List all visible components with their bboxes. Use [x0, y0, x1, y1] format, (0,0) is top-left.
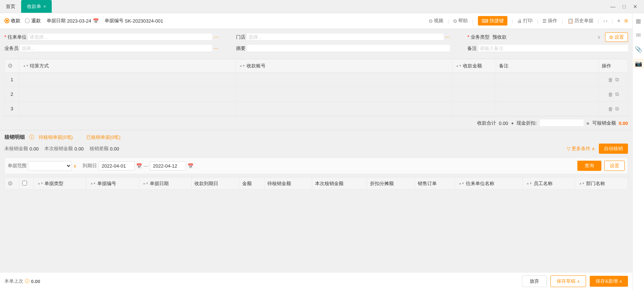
- row-1-copy-icon[interactable]: ⧉: [615, 77, 619, 83]
- range-select[interactable]: [28, 161, 72, 171]
- close-button[interactable]: ✕: [631, 3, 640, 10]
- video-link[interactable]: ⊙ 视频: [429, 17, 443, 24]
- query-button[interactable]: 查询: [577, 161, 601, 171]
- draft-dropdown-arrow[interactable]: ∧: [577, 279, 580, 284]
- row-1-amount[interactable]: [452, 72, 496, 87]
- col-discount-label: 折扣分摊额: [370, 181, 394, 186]
- row-1-account[interactable]: [236, 72, 452, 87]
- radio-refund[interactable]: 退款: [25, 17, 41, 24]
- right-sidebar: ▦ ✉ 📎 📷: [632, 13, 644, 290]
- col-number-label: 单据编号: [97, 181, 116, 186]
- row-2-delete-icon[interactable]: 🗑: [608, 91, 613, 97]
- col-amount-header: ▲▼ 收款金额: [452, 59, 496, 72]
- row-1-remark[interactable]: [496, 72, 598, 87]
- date-from-input[interactable]: [98, 161, 135, 171]
- date-calendar-icon[interactable]: 📅: [93, 18, 99, 24]
- col-account-label: 收款账号: [247, 63, 266, 68]
- operation-link[interactable]: ☰ 操作: [542, 17, 557, 24]
- salesperson-input[interactable]: [20, 45, 212, 52]
- discount-input[interactable]: [540, 119, 584, 127]
- counterpart-input[interactable]: [28, 34, 212, 41]
- save-draft-button[interactable]: 保存草稿 ∧: [550, 275, 586, 287]
- chevron-nav: ‹ ›: [603, 18, 607, 24]
- help-link[interactable]: ⊙ 帮助: [453, 17, 468, 24]
- table-gear-icon[interactable]: ⚙: [8, 63, 13, 69]
- row-3-delete-icon[interactable]: 🗑: [608, 106, 613, 112]
- current-label: 本次核销金额: [44, 145, 73, 152]
- tab-home[interactable]: 首页: [0, 0, 21, 13]
- business-type-label: 业务类型: [467, 34, 490, 40]
- date-to-input[interactable]: [150, 161, 186, 171]
- counterpart-more-icon[interactable]: ···: [213, 34, 218, 40]
- prev-chevron[interactable]: ‹: [603, 18, 605, 24]
- save-new-button[interactable]: 保存&新增 ∧: [590, 276, 628, 287]
- shortcut-button[interactable]: ⌨ 快捷键: [478, 16, 507, 26]
- row-2-settlement[interactable]: [19, 87, 236, 102]
- verify-gear-icon[interactable]: ⚙: [8, 180, 13, 187]
- row-3-account[interactable]: [236, 102, 452, 116]
- col-pending-label: 待核销金额: [267, 181, 291, 186]
- select-all-checkbox[interactable]: [22, 181, 27, 185]
- row-3-copy-icon[interactable]: ⧉: [615, 106, 619, 112]
- store-input[interactable]: [247, 34, 444, 41]
- grid-view-icon[interactable]: ⊞: [624, 18, 628, 23]
- more-conditions-link[interactable]: ▽ 更多条件 ∧: [567, 145, 595, 152]
- col-date-label: 单据日期: [150, 181, 169, 186]
- salesperson-more-icon[interactable]: ···: [213, 46, 218, 51]
- row-2-amount[interactable]: [452, 87, 496, 102]
- col-action-label: 操作: [602, 63, 611, 68]
- store-more-icon[interactable]: ···: [445, 34, 450, 40]
- row-1-settlement[interactable]: [19, 72, 236, 87]
- table-row: 2 🗑 ⧉: [5, 87, 628, 102]
- verify-stats: 未核销金额 0.00 本次核销金额 0.00 核销差额 0.00 ▽ 更多条件 …: [4, 144, 628, 154]
- date-from-calendar-icon[interactable]: 📅: [136, 163, 142, 169]
- pending-tab[interactable]: 待核销单据(0笔): [39, 134, 73, 141]
- row-2-copy-icon[interactable]: ⧉: [615, 91, 619, 97]
- print-link[interactable]: 🖨 打印: [517, 17, 533, 24]
- settings-label: 设置: [614, 34, 624, 40]
- summary-input[interactable]: [247, 45, 450, 52]
- list-view-icon[interactable]: ≡: [617, 18, 620, 23]
- unverified-label: 未核销金额: [4, 145, 28, 152]
- sidebar-email-icon[interactable]: ✉: [635, 30, 642, 40]
- row-3-action: 🗑 ⧉: [599, 102, 628, 116]
- minimize-button[interactable]: —: [608, 3, 618, 10]
- verify-info-icon[interactable]: ⓘ: [29, 134, 34, 141]
- range-field: 单据范围 ∨: [8, 161, 77, 171]
- print-label: 打印: [523, 17, 533, 24]
- save-new-dropdown-arrow[interactable]: ∧: [619, 279, 622, 284]
- radio-receive[interactable]: 收款: [4, 17, 20, 24]
- business-type-chevron[interactable]: ∨: [597, 35, 601, 40]
- discard-button[interactable]: 放弃: [522, 275, 547, 287]
- next-chevron[interactable]: ›: [606, 18, 608, 24]
- settings-button[interactable]: ⚙ 设置: [605, 32, 628, 42]
- sidebar-attachment-icon[interactable]: 📎: [633, 44, 644, 54]
- maximize-button[interactable]: □: [621, 3, 628, 10]
- date-to-calendar-icon[interactable]: 📅: [188, 163, 193, 169]
- row-3-amount[interactable]: [452, 102, 496, 116]
- sidebar-camera-icon[interactable]: 📷: [633, 59, 644, 68]
- row-2-account[interactable]: [236, 87, 452, 102]
- row-1-delete-icon[interactable]: 🗑: [608, 77, 613, 83]
- row-2-remark[interactable]: [496, 87, 598, 102]
- row-3-num: 3: [5, 102, 19, 116]
- col-current-header: 本次核销金额: [312, 177, 367, 190]
- remark-input[interactable]: [478, 45, 628, 52]
- sort-icon: ▲▼: [456, 64, 462, 67]
- auto-verify-button[interactable]: 自动核销: [599, 144, 628, 154]
- row-3-remark[interactable]: [496, 102, 598, 116]
- diff-value: 0.00: [110, 146, 119, 152]
- filter-settings-button[interactable]: 设置: [604, 161, 625, 171]
- col-discount-header: 折扣分摊额: [367, 177, 415, 190]
- radio-receive-circle: [4, 18, 9, 23]
- sidebar-table-icon[interactable]: ▦: [634, 16, 643, 26]
- current-value: 0.00: [31, 279, 40, 284]
- col-gear-header: ⚙: [5, 177, 19, 190]
- history-link[interactable]: 📋 历史单据: [568, 17, 593, 24]
- done-tab[interactable]: 已核销单据(0笔): [86, 134, 121, 141]
- range-label: 单据范围: [8, 162, 27, 169]
- row-3-settlement[interactable]: [19, 102, 236, 116]
- total-value: 0.00: [499, 121, 508, 126]
- tab-close-icon[interactable]: ×: [43, 4, 46, 9]
- tab-receipt[interactable]: 收款单 ×: [21, 0, 52, 13]
